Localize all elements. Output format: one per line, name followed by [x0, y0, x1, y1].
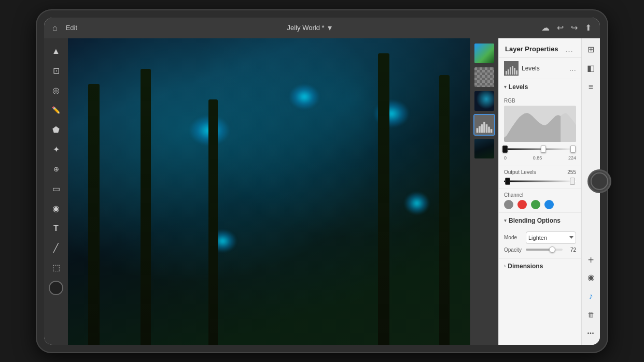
opacity-slider[interactable]	[526, 249, 563, 251]
clone-stamp[interactable]: ⊕	[47, 161, 65, 178]
healing-brush[interactable]: ✦	[47, 141, 65, 158]
output-track-bar	[504, 180, 576, 182]
layer-row-more-button[interactable]: ...	[569, 64, 576, 73]
type-tool[interactable]: T	[47, 220, 65, 237]
svg-rect-13	[514, 68, 515, 75]
canvas-image	[68, 38, 470, 345]
output-levels-section: Output Levels 255	[499, 166, 581, 189]
canvas-area[interactable]	[68, 38, 470, 345]
levels-black-value: 0	[504, 155, 507, 161]
svg-rect-10	[508, 69, 509, 75]
layer-thumb-dark[interactable]	[473, 90, 495, 112]
levels-icon-svg	[474, 114, 494, 136]
home-button[interactable]	[587, 169, 611, 193]
document-title[interactable]: Jelly World *	[287, 24, 325, 32]
delete-icon[interactable]: 🗑	[584, 308, 598, 322]
panel-title: Layer Properties	[505, 45, 558, 53]
blend-mode-row: Mode Lighten Normal Multiply Screen Over…	[504, 231, 576, 244]
levels-white-handle[interactable]	[570, 146, 576, 153]
output-label-text: Output Levels	[504, 169, 536, 175]
channel-section: Channel	[499, 189, 581, 213]
visibility-icon[interactable]: ◉	[584, 270, 598, 285]
layer-gradient-bg	[474, 44, 494, 63]
opacity-label: Opacity	[504, 247, 523, 253]
top-bar-left: ⌂ Edit	[52, 23, 77, 33]
tablet-shell: ⌂ Edit Jelly World * ▾ ☁ ↩ ↪ ⬆ ▲ ⊡ ◎ ✏️	[37, 10, 607, 352]
svg-rect-3	[481, 124, 483, 133]
brush-tool[interactable]: ✏️	[47, 102, 65, 119]
eraser-tool[interactable]: ▭	[47, 180, 65, 198]
output-black-handle[interactable]	[505, 178, 510, 185]
jellyfish-4	[404, 192, 430, 215]
svg-rect-12	[512, 66, 513, 75]
opacity-value: 72	[566, 247, 576, 253]
undo-icon[interactable]: ↩	[557, 23, 564, 33]
levels-mid-handle[interactable]	[541, 146, 546, 153]
title-dropdown-icon[interactable]: ▾	[328, 23, 332, 33]
gray-channel-button[interactable]	[504, 200, 513, 209]
channel-buttons	[504, 200, 576, 209]
layer-dark-bg	[474, 91, 494, 111]
red-channel-button[interactable]	[517, 200, 527, 209]
layer-checker-bg	[474, 67, 494, 87]
layer-thumb-gradient[interactable]	[473, 42, 495, 64]
crop-tool[interactable]: ⊡	[47, 62, 65, 80]
select-tool[interactable]: ▲	[47, 42, 65, 60]
panel-more-button[interactable]: ...	[563, 44, 575, 54]
svg-rect-6	[488, 126, 490, 133]
forest-overlay	[68, 38, 470, 345]
layer-thumb-levels[interactable]	[473, 114, 495, 136]
svg-rect-11	[510, 67, 511, 75]
layer-forest-bg	[474, 139, 494, 158]
levels-slider[interactable]	[504, 144, 576, 154]
pen-tool[interactable]: ╱	[47, 239, 65, 257]
layers-icon[interactable]: ⊞	[584, 42, 598, 57]
properties-icon[interactable]: ≡	[584, 80, 598, 94]
redo-icon[interactable]: ↪	[571, 23, 578, 33]
stamp-tool[interactable]: ◉	[47, 200, 65, 218]
layer-thumb-forest[interactable]	[473, 138, 495, 160]
main-content: ▲ ⊡ ◎ ✏️ ⬟ ✦ ⊕ ▭ ◉ T ╱ ⬚	[44, 38, 600, 345]
blending-section-label: Blending Options	[509, 217, 561, 224]
blending-options-section: ▾ Blending Options Mode Lighten Normal M…	[499, 213, 581, 258]
tree-1	[88, 84, 100, 344]
right-panel-header: Layer Properties ...	[499, 38, 581, 58]
blending-section-header[interactable]: ▾ Blending Options	[499, 213, 581, 228]
home-button-inner	[591, 172, 608, 190]
more-options-icon[interactable]: •••	[584, 326, 598, 341]
paint-bucket[interactable]: ⬟	[47, 121, 65, 139]
levels-track	[504, 148, 576, 150]
music-icon[interactable]: ♪	[584, 289, 598, 303]
levels-section-header[interactable]: ▾ Levels	[499, 79, 581, 95]
opacity-row: Opacity 72	[504, 247, 576, 253]
opacity-handle[interactable]	[549, 247, 555, 253]
dimensions-header[interactable]: › Dimensions	[504, 263, 576, 270]
lasso-tool[interactable]: ◎	[47, 82, 65, 99]
channel-label: Channel	[504, 192, 576, 198]
tree-3	[208, 99, 218, 345]
share-icon[interactable]: ⬆	[585, 23, 592, 33]
add-button[interactable]: +	[585, 255, 597, 266]
blend-mode-select[interactable]: Lighten Normal Multiply Screen Overlay	[526, 231, 576, 244]
output-white-handle[interactable]	[570, 178, 575, 185]
levels-mid-value: 0.85	[533, 155, 542, 161]
blending-section-body: Mode Lighten Normal Multiply Screen Over…	[499, 228, 581, 258]
levels-section-label: Levels	[509, 83, 528, 91]
svg-rect-2	[479, 126, 481, 133]
levels-black-handle[interactable]	[502, 146, 508, 153]
layer-thumb-checker[interactable]	[473, 66, 495, 88]
cloud-icon[interactable]: ☁	[541, 23, 550, 33]
color-swatch[interactable]	[49, 281, 63, 295]
blue-channel-button[interactable]	[544, 200, 554, 209]
output-track[interactable]	[504, 177, 576, 185]
output-max-value: 255	[567, 169, 576, 175]
image-tool[interactable]: ⬚	[47, 259, 65, 277]
svg-rect-14	[516, 70, 517, 75]
home-icon[interactable]: ⌂	[52, 23, 58, 33]
adjustment-icon[interactable]: ◧	[584, 61, 598, 76]
right-panel: Layer Properties ...	[498, 38, 581, 345]
green-channel-button[interactable]	[531, 200, 540, 209]
layer-levels-bg	[474, 115, 494, 135]
edit-label[interactable]: Edit	[66, 24, 77, 32]
histogram	[504, 106, 576, 142]
